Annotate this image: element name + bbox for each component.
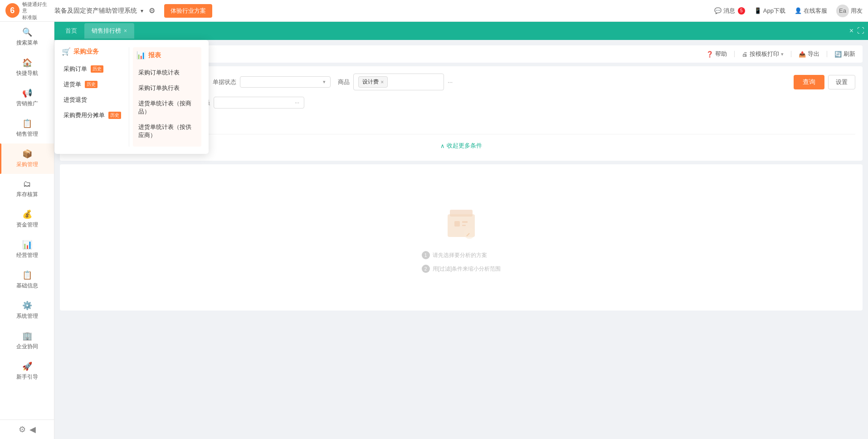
- basic-icon: 📋: [22, 270, 32, 280]
- divider2: [791, 51, 791, 57]
- print-icon: 🖨: [742, 51, 748, 58]
- sidebar-label-quick-nav: 快捷导航: [16, 69, 38, 77]
- dropdown-item-purchase-order[interactable]: 采购订单 历史: [62, 61, 123, 77]
- tab-bar: 首页 销售排行榜 × × ⛶: [54, 22, 868, 40]
- sidebar-settings-btn[interactable]: ⚙: [19, 424, 26, 434]
- guide-icon: 🚀: [22, 361, 32, 371]
- sidebar-label-operation: 经营管理: [16, 252, 38, 259]
- sidebar-label-system: 系统管理: [16, 312, 38, 320]
- topbar-right: 💬 消息 5 📱 App下载 👤 在线客服 Ea 用友: [714, 5, 863, 17]
- salesman-dots[interactable]: ···: [295, 99, 299, 106]
- tab-right-buttons: × ⛶: [849, 27, 864, 35]
- tab-sales-rank[interactable]: 销售排行榜 ×: [84, 23, 134, 39]
- system-title: 装备及固定资产辅助管理系统: [54, 7, 137, 15]
- purchase-icon: 📦: [22, 149, 32, 159]
- report-section-icon: 📊: [137, 51, 146, 59]
- topbar-settings-icon[interactable]: ⚙: [149, 6, 155, 15]
- message-icon: 💬: [714, 7, 722, 14]
- user-avatar: Ea: [836, 5, 849, 17]
- purchase-section-icon: 🛒: [62, 47, 71, 56]
- goods-filter-label: 商品: [338, 78, 350, 86]
- export-btn[interactable]: 📤 导出: [799, 50, 819, 58]
- logo-icon: 6: [5, 3, 20, 18]
- sidebar-label-basic: 基础信息: [16, 282, 38, 290]
- dropdown-col-report: 📊 报表 采购订单统计表 采购订单执行表 进货单统计表（按商品） 进货单统计表（…: [133, 47, 202, 147]
- salesman-select[interactable]: ···: [214, 97, 304, 109]
- dropdown-item-report-2[interactable]: 采购订单执行表: [137, 80, 198, 96]
- sidebar-bottom: ⚙ ◀: [0, 419, 54, 439]
- history-tag-3: 历史: [108, 112, 121, 119]
- window-close-btn[interactable]: ×: [849, 27, 853, 35]
- sidebar-item-marketing[interactable]: 📢 营销推广: [0, 83, 54, 113]
- empty-steps: 1 请先选择要分析的方案 2 用[过滤]条件来缩小分析范围: [422, 250, 501, 274]
- sidebar-item-guide[interactable]: 🚀 新手引导: [0, 356, 54, 386]
- status-select[interactable]: ▾: [240, 76, 331, 88]
- app-download-item[interactable]: 📱 App下载: [754, 7, 785, 15]
- coop-icon: 🏢: [22, 331, 32, 341]
- window-expand-btn[interactable]: ⛶: [857, 27, 864, 35]
- sales-icon: 📋: [22, 118, 32, 128]
- sidebar-item-coop[interactable]: 🏢 企业协同: [0, 326, 54, 356]
- message-item[interactable]: 💬 消息 5: [714, 7, 745, 15]
- filter-group-goods: 商品 设计费 × ···: [338, 74, 453, 90]
- sidebar-item-purchase[interactable]: 📦 采购管理: [0, 143, 54, 174]
- dropdown-item-report-4[interactable]: 进货单统计表（按供应商）: [137, 119, 198, 143]
- goods-tag-close[interactable]: ×: [380, 79, 384, 85]
- sidebar-item-quick-nav[interactable]: 🏠 快捷导航: [0, 52, 54, 83]
- inventory-icon: 🗂: [23, 179, 31, 189]
- sidebar-label-marketing: 营销推广: [16, 100, 38, 108]
- query-btn[interactable]: 查询: [794, 75, 824, 89]
- sidebar-item-search[interactable]: 🔍 搜索菜单: [0, 22, 54, 52]
- dropdown-item-return[interactable]: 进货退货: [62, 92, 123, 108]
- finance-icon: 💰: [22, 209, 32, 219]
- sidebar: 🔍 搜索菜单 🏠 快捷导航 📢 营销推广 📋 销售管理 📦 采购管理 🗂 库存核…: [0, 22, 54, 439]
- svg-rect-1: [450, 210, 473, 217]
- dropdown-item-report-1[interactable]: 采购订单统计表: [137, 65, 198, 80]
- system-icon: ⚙️: [22, 301, 32, 311]
- print-arrow[interactable]: ▾: [781, 51, 784, 57]
- filter-group-status: 单据状态 ▾: [213, 76, 331, 88]
- goods-more-dots[interactable]: ···: [448, 79, 453, 85]
- title-arrow-icon[interactable]: ▾: [141, 8, 143, 14]
- industry-btn[interactable]: 体验行业方案: [164, 4, 212, 18]
- online-service-item[interactable]: 👤 在线客服: [795, 7, 827, 15]
- dropdown-item-report-3[interactable]: 进货单统计表（按商品）: [137, 96, 198, 119]
- sidebar-collapse-btn[interactable]: ◀: [29, 424, 36, 434]
- divider3: [827, 51, 827, 57]
- sidebar-item-system[interactable]: ⚙️ 系统管理: [0, 295, 54, 326]
- collapse-arrow-icon: ∧: [440, 143, 445, 149]
- sidebar-label-finance: 资金管理: [16, 221, 38, 229]
- tab-close-icon[interactable]: ×: [124, 28, 127, 34]
- dropdown-divider: [129, 47, 129, 147]
- logo: 6 畅捷通好生意 标准版: [5, 1, 51, 20]
- sidebar-label-sales: 销售管理: [16, 130, 38, 138]
- marketing-icon: 📢: [22, 88, 32, 98]
- user-item[interactable]: Ea 用友: [836, 5, 863, 17]
- svg-rect-2: [454, 221, 460, 227]
- sidebar-item-finance[interactable]: 💰 资金管理: [0, 204, 54, 234]
- sidebar-item-sales[interactable]: 📋 销售管理: [0, 113, 54, 143]
- print-btn[interactable]: 🖨 按模板打印 ▾: [742, 50, 784, 58]
- goods-select[interactable]: 设计费 ×: [353, 74, 444, 90]
- system-title-area: 装备及固定资产辅助管理系统 ▾ ⚙ 体验行业方案: [54, 4, 714, 18]
- refresh-btn[interactable]: 🔄 刷新: [834, 50, 855, 58]
- settings-btn[interactable]: 设置: [828, 75, 855, 89]
- dropdown-purchase-title: 🛒 采购业务: [62, 47, 123, 56]
- history-tag-1: 历史: [85, 81, 98, 88]
- active-indicator: [0, 143, 1, 174]
- dropdown-report-title: 📊 报表: [137, 51, 198, 59]
- dropdown-columns: 🛒 采购业务 采购订单 历史 进货单 历史 进货退货 采购费用分摊单 历史: [62, 47, 201, 147]
- sidebar-item-basic[interactable]: 📋 基础信息: [0, 265, 54, 295]
- sidebar-item-inventory[interactable]: 🗂 库存核算: [0, 174, 54, 204]
- dropdown-item-expense[interactable]: 采购费用分摊单 历史: [62, 108, 123, 123]
- help-btn[interactable]: ❓ 帮助: [706, 50, 727, 58]
- status-filter-label: 单据状态: [213, 78, 236, 86]
- operation-icon: 📊: [22, 240, 32, 250]
- status-select-arrow: ▾: [323, 79, 326, 85]
- sidebar-item-operation[interactable]: 📊 经营管理: [0, 234, 54, 265]
- sidebar-label-search: 搜索菜单: [16, 39, 38, 47]
- help-icon: ❓: [706, 51, 713, 58]
- dropdown-item-incoming[interactable]: 进货单 历史: [62, 77, 123, 92]
- tab-home[interactable]: 首页: [58, 23, 84, 39]
- collapse-btn[interactable]: ∧ 收起更多条件: [437, 138, 486, 153]
